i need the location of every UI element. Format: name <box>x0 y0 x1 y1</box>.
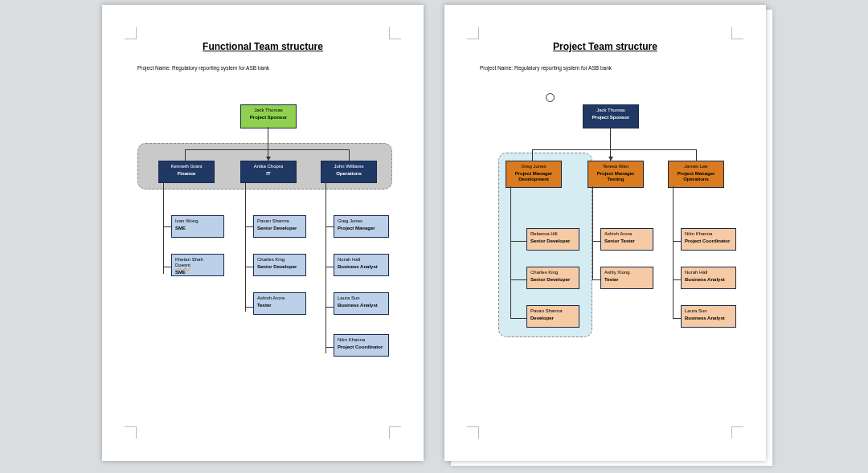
node-report[interactable]: Pavan Sharma Senior Developer <box>253 215 306 238</box>
node-name: Anika Chopra <box>241 161 296 169</box>
node-name: Ivan Wong <box>172 216 223 224</box>
node-role: Tester <box>254 301 305 311</box>
node-role: IT <box>241 169 296 179</box>
node-mgr-ops[interactable]: John Williams Operations <box>321 161 377 183</box>
node-name: John Williams <box>321 161 376 169</box>
node-role: Senior Developer <box>254 263 305 272</box>
node-role: Developer <box>527 314 579 324</box>
node-role: Project Manager Testing <box>588 169 643 185</box>
node-name: Ashish Arora <box>254 293 305 301</box>
node-report[interactable]: Rebecca Hill Senior Developer <box>526 228 579 251</box>
node-report[interactable]: Norah Hall Business Analyst <box>334 254 389 276</box>
node-role: Business Analyst <box>334 301 388 311</box>
node-report[interactable]: Greg Jones Project Manager <box>334 215 389 238</box>
node-name: Charles King <box>527 267 579 275</box>
node-name: Jack Thomas <box>583 105 638 113</box>
node-role: Senior Developer <box>254 224 305 234</box>
node-report[interactable]: Laura Sun Business Analyst <box>681 305 736 328</box>
node-role: SME <box>172 268 223 278</box>
node-mgr-finance[interactable]: Kenneth Grant Finance <box>158 161 215 183</box>
node-name: Jack Thomas <box>241 105 296 113</box>
node-name: Charles King <box>254 255 305 263</box>
page-left: Functional Team structure Project Name: … <box>102 5 424 461</box>
node-report[interactable]: Nitin Khanna Project Coordinator <box>681 228 736 251</box>
node-role: Operations <box>321 169 376 179</box>
node-name: James Lee <box>669 161 723 169</box>
node-role: Project Manager Development <box>506 169 561 185</box>
node-role: Project Coordinator <box>334 343 388 353</box>
node-name: Kenneth Grant <box>159 161 214 169</box>
node-report[interactable]: Pavan Sharma Developer <box>526 305 579 328</box>
node-role: Business Analyst <box>682 275 735 285</box>
node-pm-dev[interactable]: Greg Jones Project Manager Development <box>506 161 562 188</box>
node-report[interactable]: Charles King Senior Developer <box>253 254 306 276</box>
node-role: Business Analyst <box>334 263 388 272</box>
node-name: Norah Hall <box>334 255 388 263</box>
node-report[interactable]: Ashish Arora Senior Tester <box>600 228 653 251</box>
node-name: Ashish Arora <box>601 229 653 237</box>
node-role: SME <box>172 224 223 234</box>
node-role: Tester <box>601 275 653 285</box>
node-name: Norah Hall <box>682 267 735 275</box>
node-report[interactable]: Norah Hall Business Analyst <box>681 267 736 289</box>
node-role: Project Sponsor <box>241 113 296 123</box>
node-role: Senior Developer <box>527 237 579 247</box>
node-name: Khetan ShahDoesnt <box>172 255 223 268</box>
node-name: Nitin Khanna <box>682 229 735 237</box>
node-name: Pavan Sharma <box>527 306 579 314</box>
circle-marker-icon <box>546 93 555 102</box>
node-mgr-it[interactable]: Anika Chopra IT <box>240 161 297 183</box>
node-role: Senior Developer <box>527 275 579 285</box>
node-name: Laura Sun <box>682 306 735 314</box>
node-report[interactable]: Charles King Senior Developer <box>526 267 579 289</box>
node-name: Greg Jones <box>506 161 561 169</box>
node-name: Teresa Wan <box>588 161 643 169</box>
node-name: Laura Sun <box>334 293 388 301</box>
node-report[interactable]: Nitin Khanna Project Coordinator <box>334 334 389 357</box>
node-role: Senior Tester <box>601 237 653 247</box>
node-report[interactable]: Ivan Wong SME <box>171 215 224 238</box>
node-role: Project Manager <box>334 224 388 234</box>
node-role: Finance <box>159 169 214 179</box>
node-role: Project Coordinator <box>682 237 735 247</box>
node-pm-test[interactable]: Teresa Wan Project Manager Testing <box>588 161 644 188</box>
node-report[interactable]: Ashly Xiong Tester <box>600 267 653 289</box>
node-sponsor[interactable]: Jack Thomas Project Sponsor <box>240 104 297 128</box>
node-pm-ops[interactable]: James Lee Project Manager Operations <box>668 161 724 188</box>
node-report[interactable]: Ashish Arora Tester <box>253 292 306 315</box>
node-name: Rebecca Hill <box>527 229 579 237</box>
node-role: Project Sponsor <box>583 113 638 123</box>
node-name: Ashly Xiong <box>601 267 653 275</box>
node-sponsor[interactable]: Jack Thomas Project Sponsor <box>583 104 639 128</box>
node-name: Pavan Sharma <box>254 216 305 224</box>
node-name: Nitin Khanna <box>334 335 388 343</box>
node-name: Greg Jones <box>334 216 388 224</box>
node-role: Project Manager Operations <box>669 169 723 185</box>
node-report[interactable]: Laura Sun Business Analyst <box>334 292 389 315</box>
node-report[interactable]: Khetan ShahDoesnt SME <box>171 254 224 276</box>
page-right: Project Team structure Project Name: Reg… <box>444 5 766 461</box>
node-role: Business Analyst <box>682 314 735 324</box>
